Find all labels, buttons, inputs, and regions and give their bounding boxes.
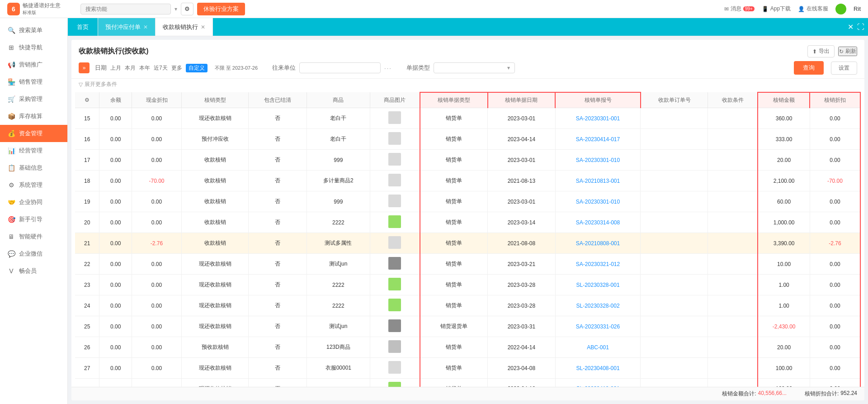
receipt-no-link[interactable]: SA-20230301-010 — [576, 157, 620, 163]
date-option-this-year[interactable]: 本年 — [139, 64, 150, 72]
cell-verify-receipt-type: 销货单 — [420, 275, 488, 295]
cell-receipt-condition — [708, 337, 758, 358]
tab-home[interactable]: 首页 — [68, 18, 98, 36]
receipt-no-link[interactable]: SA-20230331-026 — [576, 323, 620, 330]
sidebar-item-marketing[interactable]: 📢 营销推广 — [0, 56, 67, 73]
receipt-no-link[interactable]: SA-20210808-001 — [576, 240, 620, 247]
receipt-no-link[interactable]: SL-20230328-001 — [576, 282, 619, 288]
page-title: 收款核销执行(按收款) — [79, 47, 149, 56]
tab-prepay-close[interactable]: ✕ — [143, 24, 148, 30]
receipt-no-link[interactable]: SA-20230301-001 — [576, 115, 620, 122]
cell-verify-receipt-type: 销货单 — [420, 129, 488, 150]
cell-receipt-order-no — [641, 295, 708, 316]
from-unit-input[interactable] — [299, 62, 381, 73]
th-verify-amount: 核销金额 — [758, 92, 810, 108]
logo-sub-text: 标准版 — [23, 10, 61, 16]
cell-receipt-order-no — [641, 254, 708, 275]
guide-icon: 🎯 — [7, 215, 15, 223]
expand-filter-btn[interactable]: » — [79, 62, 90, 73]
tab-prepay[interactable]: 预付冲应付单 ✕ — [98, 18, 156, 36]
cell-verify-amount: 100.00 — [758, 379, 810, 387]
expand-more-conditions[interactable]: ▽ 展开更多条件 — [71, 81, 864, 90]
cell-verify-receipt-no: SL-20230418-001 — [555, 379, 641, 387]
date-option-more[interactable]: 更多 — [171, 64, 182, 72]
online-service-btn[interactable]: 👤 在线客服 — [798, 5, 828, 13]
sidebar-item-collab[interactable]: 🤝 企业协同 — [0, 194, 67, 211]
receipt-no-link[interactable]: SA-20230314-008 — [576, 219, 620, 226]
basic-icon: 📋 — [7, 164, 15, 172]
cell-receipt-condition — [708, 254, 758, 275]
refresh-btn[interactable]: ↻ 刷新 — [838, 47, 857, 56]
cell-receipt-condition — [708, 295, 758, 316]
tab-fullscreen-btn[interactable]: ⛶ — [857, 23, 864, 31]
cell-receipt-order-no — [641, 337, 708, 358]
th-settings[interactable]: ⚙ — [75, 92, 99, 108]
sidebar-item-basic[interactable]: 📋 基础信息 — [0, 159, 67, 176]
receipt-no-link[interactable]: SA-20230321-012 — [576, 261, 620, 267]
sidebar-item-finance[interactable]: 💰 资金管理 — [0, 125, 67, 142]
industry-btn[interactable]: 休验行业方案 — [197, 3, 245, 15]
cell-verify-receipt-type: 销货退货单 — [420, 316, 488, 337]
th-receipt-condition: 收款条件 — [708, 92, 758, 108]
avatar[interactable] — [835, 4, 846, 14]
sidebar-item-wechat[interactable]: 💬 企业微信 — [0, 245, 67, 262]
cell-balance: 0.00 — [99, 233, 132, 254]
sidebar-item-nav[interactable]: ⊞ 快捷导航 — [0, 39, 67, 56]
date-option-7days[interactable]: 近7天 — [154, 64, 168, 72]
sidebar-item-operations[interactable]: 📊 经营管理 — [0, 142, 67, 159]
tab-verify-close[interactable]: ✕ — [201, 24, 205, 30]
cell-verify-receipt-type: 销货单 — [420, 191, 488, 212]
export-btn[interactable]: ⬆ 导出 — [807, 45, 835, 57]
cell-id: 28 — [75, 379, 99, 387]
receipt-no-link[interactable]: SA-20210813-001 — [576, 178, 620, 184]
settings-icon-btn[interactable]: ⚙ — [181, 3, 193, 15]
filter-dots[interactable]: ··· — [384, 65, 392, 71]
receipt-no-link[interactable]: SL-20230328-002 — [576, 303, 619, 309]
cell-goods-img — [370, 316, 420, 337]
tab-close-btn[interactable]: ✕ — [848, 23, 854, 31]
search-dropdown-icon[interactable]: ▾ — [175, 6, 177, 12]
receipt-type-select[interactable]: ▾ — [434, 62, 515, 73]
filter-settings-btn[interactable]: 设置 — [831, 62, 857, 75]
date-option-this-month[interactable]: 本月 — [125, 64, 136, 72]
sidebar-item-system[interactable]: ⚙ 系统管理 — [0, 176, 67, 194]
date-option-last-month[interactable]: 上月 — [110, 64, 121, 72]
cell-include-settled: 否 — [249, 254, 307, 275]
receipt-no-link[interactable]: SA-20230414-017 — [576, 136, 620, 143]
sidebar-item-sales[interactable]: 🏪 销售管理 — [0, 73, 67, 90]
sidebar-item-purchase[interactable]: 🛒 采购管理 — [0, 90, 67, 108]
cell-receipt-condition — [708, 358, 758, 379]
receipt-type-arrow: ▾ — [507, 65, 510, 71]
cell-verify-receipt-type: 销货单 — [420, 337, 488, 358]
search-icon: 🔍 — [7, 26, 15, 34]
cell-receipt-order-no — [641, 212, 708, 233]
sidebar-item-inventory[interactable]: 📦 库存核算 — [0, 108, 67, 125]
tab-verify[interactable]: 收款核销执行 ✕ — [156, 18, 213, 36]
sidebar-item-hardware[interactable]: 🖥 智能硬件 — [0, 228, 67, 245]
export-icon: ⬆ — [812, 48, 817, 55]
cell-receipt-condition — [708, 129, 758, 150]
date-option-custom[interactable]: 自定义 — [186, 64, 208, 72]
cell-goods: 衣服00001 — [307, 358, 370, 379]
table-row: 17 0.00 0.00 收款核销 否 999 销货单 2023-03-01 S… — [75, 150, 860, 171]
sidebar-item-guide[interactable]: 🎯 新手引导 — [0, 211, 67, 228]
cell-verify-amount: 100.00 — [758, 358, 810, 379]
receipt-no-link[interactable]: SA-20230301-010 — [576, 199, 620, 205]
sidebar-item-search[interactable]: 🔍 搜索菜单 — [0, 22, 67, 39]
receipt-no-link[interactable]: ABC-001 — [587, 344, 609, 351]
cell-verify-receipt-type: 销货单 — [420, 212, 488, 233]
cell-id: 17 — [75, 150, 99, 171]
sidebar-item-label: 采购管理 — [19, 95, 42, 103]
top-search-input[interactable] — [80, 4, 171, 14]
cell-verify-type: 收款核销 — [181, 171, 248, 191]
filter-bar: » 日期 上月 本月 本年 近7天 更多 自定义 不限 至 2023-07-26… — [71, 57, 864, 79]
receipt-no-link[interactable]: SL-20230408-001 — [576, 365, 619, 371]
sidebar-item-label: 销售管理 — [19, 78, 42, 86]
cell-verify-receipt-date: 2023-03-14 — [488, 212, 556, 233]
app-download-btn[interactable]: 📱 App下载 — [762, 5, 791, 13]
notification-btn[interactable]: ✉ 消息 99+ — [724, 5, 755, 13]
inventory-icon: 📦 — [7, 112, 15, 120]
query-btn[interactable]: 查询 — [794, 61, 824, 75]
cell-goods-img — [370, 275, 420, 295]
sidebar-item-member[interactable]: V 畅会员 — [0, 262, 67, 280]
